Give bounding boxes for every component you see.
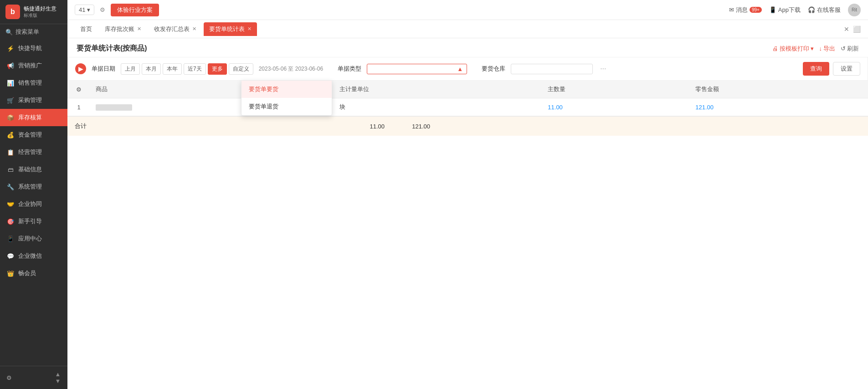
user-avatar[interactable]: Rit (848, 4, 861, 16)
warehouse-filter-label: 要货仓库 (482, 65, 505, 73)
col-quantity-header: 主数量 (542, 81, 690, 98)
warehouse-text (515, 66, 517, 72)
sidebar-item-system[interactable]: 🔧 系统管理 (0, 178, 67, 195)
sidebar-item-membership[interactable]: 👑 畅会员 (0, 265, 67, 282)
col-retail-header: 零售金额 (690, 81, 868, 98)
refresh-icon: ↺ (841, 45, 846, 52)
tab-shipment-summary[interactable]: 收发存汇总表 ✕ (149, 22, 202, 36)
sidebar-item-operations[interactable]: 📋 经营管理 (0, 143, 67, 161)
close-window-icon[interactable]: ✕ (844, 26, 849, 33)
quick-nav-icon: ⚡ (6, 45, 15, 52)
scroll-up-icon[interactable]: ▲ (55, 371, 61, 378)
sales-icon: 📊 (6, 80, 15, 87)
date-filter-buttons: 上月 本月 本年 近7天 更多 自定义 (121, 63, 253, 75)
headset-icon: 🎧 (808, 6, 815, 13)
last-7days-btn[interactable]: 近7天 (184, 63, 206, 75)
sidebar-logo: b 畅捷通好生意 标准版 (0, 0, 67, 24)
page-title: 要货单统计表(按商品) (77, 44, 147, 53)
page-content: 要货单统计表(按商品) 🖨 按模板打印 ▾ ↓ 导出 ↺ 刷新 (67, 38, 868, 389)
membership-icon: 👑 (6, 270, 15, 277)
date-range-display: 2023-05-06 至 2023-06-06 (259, 65, 323, 73)
type-select-text (371, 66, 454, 72)
export-action[interactable]: ↓ 导出 (819, 45, 836, 53)
scroll-down-icon[interactable]: ▼ (55, 378, 61, 384)
dropdown-item-order-return[interactable]: 要货单退货 (241, 98, 332, 115)
page-inner: 要货单统计表(按商品) 🖨 按模板打印 ▾ ↓ 导出 ↺ 刷新 (67, 38, 868, 389)
more-dates-btn[interactable]: 更多 (208, 63, 227, 75)
messages-action[interactable]: ✉ 消息 99+ (729, 6, 762, 14)
sidebar-item-finance[interactable]: 💰 资金管理 (0, 126, 67, 143)
query-button[interactable]: 查询 (803, 62, 829, 76)
tab-close-inventory-batch[interactable]: ✕ (137, 26, 141, 32)
chevron-down-icon: ▾ (87, 6, 90, 13)
column-settings-icon[interactable]: ⚙ (76, 86, 82, 93)
sidebar-search[interactable]: 🔍 搜索菜单 (0, 24, 67, 40)
date-filter-label: 单据日期 (92, 65, 115, 73)
sidebar-item-basics[interactable]: 🗃 基础信息 (0, 161, 67, 178)
sidebar-item-marketing[interactable]: 📢 营销推广 (0, 57, 67, 74)
last-month-btn[interactable]: 上月 (121, 63, 140, 75)
dropdown-item-order-goods[interactable]: 要货单要货 (241, 81, 332, 98)
sidebar-nav: ⚡ 快捷导航 📢 营销推广 📊 销售管理 🛒 采购管理 📦 库存核算 💰 资金管… (0, 40, 67, 366)
store-selector[interactable]: 41 ▾ (75, 5, 94, 15)
print-action[interactable]: 🖨 按模板打印 ▾ (772, 45, 814, 53)
main-area: 41 ▾ ⚙ 体验行业方案 ✉ 消息 99+ 📱 App下载 🎧 在线客服 Ri… (67, 0, 868, 389)
col-unit-header: 主计量单位 (334, 81, 543, 98)
filter-more-icon[interactable]: ··· (600, 65, 606, 73)
sidebar-item-sales[interactable]: 📊 销售管理 (0, 74, 67, 92)
tab-close-shipment-summary[interactable]: ✕ (192, 26, 196, 32)
type-dropdown-menu: 要货单要货 要货单退货 (241, 80, 332, 116)
message-icon: ✉ (729, 6, 734, 13)
purchase-icon: 🛒 (6, 97, 15, 104)
col-settings-header[interactable]: ⚙ (67, 81, 90, 98)
top-header: 41 ▾ ⚙ 体验行业方案 ✉ 消息 99+ 📱 App下载 🎧 在线客服 Ri… (67, 0, 868, 20)
sidebar-item-inventory[interactable]: 📦 库存核算 (0, 109, 67, 126)
app-brand: 畅捷通好生意 标准版 (24, 5, 56, 19)
tab-order-stats[interactable]: 要货单统计表 ✕ (204, 22, 257, 36)
operations-icon: 📋 (6, 149, 15, 156)
data-table: ⚙ 商品 主计量单位 主数量 零 (67, 81, 868, 116)
tab-home[interactable]: 首页 (75, 22, 98, 36)
filter-expand-button[interactable]: ▶ (75, 63, 86, 74)
sidebar-item-purchase[interactable]: 🛒 采购管理 (0, 92, 67, 109)
export-icon: ↓ (819, 45, 822, 52)
sidebar-item-enterprise[interactable]: 🤝 企业协同 (0, 195, 67, 213)
tab-inventory-batch[interactable]: 库存批次账 ✕ (99, 22, 147, 36)
sidebar: b 畅捷通好生意 标准版 🔍 搜索菜单 ⚡ 快捷导航 📢 营销推广 📊 销售管理… (0, 0, 67, 389)
page-title-bar: 要货单统计表(按商品) 🖨 按模板打印 ▾ ↓ 导出 ↺ 刷新 (67, 38, 868, 57)
tab-bar: 首页 库存批次账 ✕ 收发存汇总表 ✕ 要货单统计表 ✕ ✕ ⬜ (67, 20, 868, 38)
footer-quantity: 11.00 (348, 123, 394, 130)
sidebar-item-app-center[interactable]: 📱 应用中心 (0, 230, 67, 247)
footer-retail-amount: 121.00 (394, 123, 439, 130)
sidebar-item-wechat[interactable]: 💬 企业微信 (0, 247, 67, 265)
sidebar-scroll: ▲ ▼ (55, 371, 61, 384)
tab-close-order-stats[interactable]: ✕ (247, 26, 252, 32)
sidebar-item-guide[interactable]: 🎯 新手引导 (0, 213, 67, 230)
maximize-icon[interactable]: ⬜ (853, 26, 861, 33)
page-actions: 🖨 按模板打印 ▾ ↓ 导出 ↺ 刷新 (772, 45, 859, 53)
this-month-btn[interactable]: 本月 (142, 63, 161, 75)
settings-btn[interactable]: ⚙ (6, 374, 12, 381)
data-table-container: ⚙ 商品 主计量单位 主数量 零 (67, 81, 868, 116)
marketing-icon: 📢 (6, 62, 15, 69)
filter-actions: 查询 设置 (803, 62, 860, 76)
wechat-icon: 💬 (6, 253, 15, 260)
this-year-btn[interactable]: 本年 (163, 63, 182, 75)
refresh-action[interactable]: ↺ 刷新 (841, 45, 859, 53)
table-row: 1 块 11.00 121.0 (67, 98, 868, 116)
type-filter-label: 单据类型 (338, 65, 361, 73)
custom-date-btn[interactable]: 自定义 (229, 63, 253, 75)
app-download-action[interactable]: 📱 App下载 (769, 6, 801, 14)
warehouse-filter-input[interactable] (511, 64, 593, 74)
sidebar-item-quick-nav[interactable]: ⚡ 快捷导航 (0, 40, 67, 57)
app-logo-icon: b (5, 5, 20, 19)
row-unit: 块 (334, 98, 543, 116)
settings-button[interactable]: 设置 (833, 62, 860, 76)
sidebar-bottom: ⚙ ▲ ▼ (0, 366, 67, 389)
system-icon: 🔧 (6, 184, 15, 190)
online-service-action[interactable]: 🎧 在线客服 (808, 6, 841, 14)
footer-total-label: 合计 (75, 122, 202, 130)
settings-gear-icon[interactable]: ⚙ (100, 6, 105, 13)
trial-button[interactable]: 体验行业方案 (111, 4, 159, 16)
type-filter-select[interactable]: ▲ (367, 64, 467, 74)
